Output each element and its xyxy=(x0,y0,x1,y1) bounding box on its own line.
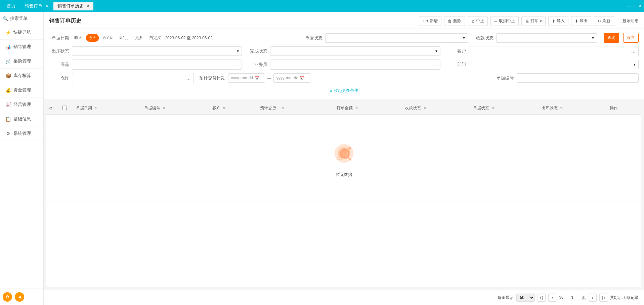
import-label: 导入 xyxy=(557,18,565,24)
display-toggle[interactable]: 显示明细 xyxy=(617,18,639,24)
refresh-btn[interactable]: ↻ 刷新 xyxy=(594,16,614,26)
date-today-btn[interactable]: 今天 xyxy=(86,34,99,42)
filter-dept: 部门 ▾ xyxy=(446,60,639,69)
tab-sales-order-label: 销售订单 xyxy=(25,3,42,9)
sidebar-item-sales-mgmt[interactable]: 📊 销售管理 xyxy=(0,40,43,54)
col-order-status-label: 单据状态 xyxy=(473,106,489,110)
empty-state: 暂无数据 xyxy=(49,118,639,198)
customer-select[interactable]: ... xyxy=(469,46,639,56)
new-btn[interactable]: + + 新增 xyxy=(419,16,441,26)
set-btn-label: 设置 xyxy=(627,35,635,41)
svg-point-4 xyxy=(349,147,351,149)
order-status-select[interactable]: ▾ xyxy=(325,33,468,43)
sort-stock-icon[interactable]: ⇅ xyxy=(560,106,563,110)
salesperson-dots[interactable]: ... xyxy=(433,62,437,68)
topbar-right: — □ × xyxy=(627,4,641,8)
last-page-btn[interactable]: ⟩⟩ xyxy=(599,294,607,302)
new-icon: + xyxy=(423,19,425,24)
print-btn[interactable]: 🖨 打印 ▾ xyxy=(521,16,546,26)
delivery-date-to[interactable]: yyyy-mm-dd 📅 xyxy=(273,73,310,83)
filter-salesperson: 业务员 ... xyxy=(247,60,440,70)
select-all-checkbox[interactable] xyxy=(62,106,67,110)
salesperson-select[interactable]: ... xyxy=(270,60,440,70)
page-input[interactable] xyxy=(566,294,579,301)
tab-sales-history[interactable]: 销售订单历史 × xyxy=(53,2,93,10)
total-label: 共0页，0条记录 xyxy=(610,295,639,301)
import-btn[interactable]: ⬆ 导入 xyxy=(548,16,568,26)
stock-status-select[interactable]: ▾ xyxy=(72,46,242,56)
sidebar-item-sys-mgmt[interactable]: ⚙ 系统管理 xyxy=(0,126,43,141)
product-select[interactable]: ... xyxy=(72,60,242,70)
sidebar-item-quick-nav[interactable]: ⚡ 快捷导航 xyxy=(0,25,43,40)
order-no-input[interactable] xyxy=(517,73,639,83)
sidebar-search-label: 搜索菜单 xyxy=(10,15,28,22)
sort-payment-icon[interactable]: ⇅ xyxy=(424,106,426,110)
warehouse-select[interactable]: ... xyxy=(72,73,194,83)
sidebar-item-purchase-mgmt[interactable]: 🛒 采购管理 xyxy=(0,54,43,69)
sidebar-settings-btn[interactable]: ⚙ xyxy=(3,292,12,302)
col-payment-label: 收款状态 xyxy=(405,106,421,110)
filter-row-2: 出库状态 ▾ 完成状态 ▾ 客户 xyxy=(49,46,639,56)
topbar-close-btn[interactable]: — xyxy=(627,4,631,8)
delivery-date-from[interactable]: yyyy-mm-dd 📅 xyxy=(228,73,265,83)
first-page-btn[interactable]: ⟨⟨ xyxy=(538,294,546,302)
main-layout: 🔍 搜索菜单 ⚡ 快捷导航 📊 销售管理 🛒 采购管理 📦 库存核算 💰 资金管… xyxy=(0,12,644,305)
sidebar-item-inventory[interactable]: 📦 库存核算 xyxy=(0,69,43,83)
sort-amount-icon[interactable]: ⇅ xyxy=(355,106,358,110)
customer-dots[interactable]: ... xyxy=(631,48,636,54)
sort-order-status-icon[interactable]: ⇅ xyxy=(492,106,495,110)
collapse-btn[interactable]: ∧ 收起更多条件 xyxy=(49,86,639,95)
warehouse-label: 仓库 xyxy=(49,75,69,81)
print-label: 打印 xyxy=(530,18,539,24)
payment-status-label: 收款状态 xyxy=(473,35,493,41)
search-icon: 🔍 xyxy=(3,16,8,21)
stop-label: 中止 xyxy=(476,18,484,24)
date-custom-btn[interactable]: 自定义 xyxy=(147,34,164,42)
sidebar-search[interactable]: 🔍 搜索菜单 xyxy=(0,12,43,25)
query-btn[interactable]: 查询 xyxy=(604,33,619,43)
tab-home[interactable]: 首页 xyxy=(3,2,19,10)
sidebar-item-operations[interactable]: 📈 经营管理 xyxy=(0,98,43,112)
date-yesterday-btn[interactable]: 昨天 xyxy=(72,34,85,42)
dept-select[interactable]: ▾ xyxy=(469,60,639,69)
sidebar-item-base-info[interactable]: 📋 基础信息 xyxy=(0,112,43,126)
sidebar: 🔍 搜索菜单 ⚡ 快捷导航 📊 销售管理 🛒 采购管理 📦 库存核算 💰 资金管… xyxy=(0,12,44,305)
topbar-min-btn[interactable]: □ xyxy=(634,4,636,8)
sort-delivery-icon[interactable]: ⇅ xyxy=(282,106,285,110)
export-btn[interactable]: ⬇ 导出 xyxy=(571,16,591,26)
warehouse-dots[interactable]: ... xyxy=(186,75,190,81)
tab-sales-order-close[interactable]: × xyxy=(46,4,48,8)
date-7days-btn[interactable]: 近7天 xyxy=(100,34,115,42)
sort-date-icon[interactable]: ⇅ xyxy=(94,106,97,110)
sidebar-collapse-btn[interactable]: ◀ xyxy=(15,292,24,302)
cancel-stop-btn[interactable]: ↩ 取消中止 xyxy=(490,16,519,26)
sort-customer-icon[interactable]: ⇅ xyxy=(223,106,225,110)
date-1month-btn[interactable]: 近1月 xyxy=(117,34,132,42)
tab-sales-history-close[interactable]: × xyxy=(87,4,89,8)
filter-row-1: 单据日期 昨天 今天 近7天 近1月 更多 自定义 2023-06-02 xyxy=(49,33,639,43)
display-checkbox[interactable] xyxy=(617,19,621,23)
collapse-label: 收起更多条件 xyxy=(334,88,358,93)
col-settings: ⚙ xyxy=(46,102,60,115)
new-label: + 新增 xyxy=(426,18,438,24)
empty-row: 暂无数据 xyxy=(46,115,641,201)
stop-btn[interactable]: ⊘ 中止 xyxy=(468,16,488,26)
refresh-icon: ↻ xyxy=(598,19,601,24)
complete-status-select[interactable]: ▾ xyxy=(270,46,440,56)
sidebar-item-finance[interactable]: 💰 资金管理 xyxy=(0,83,43,98)
settings-icon[interactable]: ⚙ xyxy=(49,106,53,111)
next-page-btn[interactable]: › xyxy=(589,294,597,302)
tab-sales-order[interactable]: 销售订单 × xyxy=(21,2,52,10)
payment-status-select[interactable]: ▾ xyxy=(496,33,597,43)
delete-btn[interactable]: 🗑 删除 xyxy=(444,16,465,26)
complete-status-dropdown-icon: ▾ xyxy=(435,49,437,53)
product-dots[interactable]: ... xyxy=(234,62,239,68)
svg-rect-7 xyxy=(337,157,344,158)
per-page-select[interactable]: 50 10 20 100 xyxy=(516,294,535,302)
set-btn[interactable]: 设置 xyxy=(623,33,639,43)
topbar-max-btn[interactable]: × xyxy=(639,4,641,8)
prev-page-btn[interactable]: ‹ xyxy=(548,294,556,302)
date-more-btn[interactable]: 更多 xyxy=(133,34,145,42)
sort-no-icon[interactable]: ⇅ xyxy=(163,106,165,110)
filter-complete-status: 完成状态 ▾ xyxy=(247,46,440,56)
